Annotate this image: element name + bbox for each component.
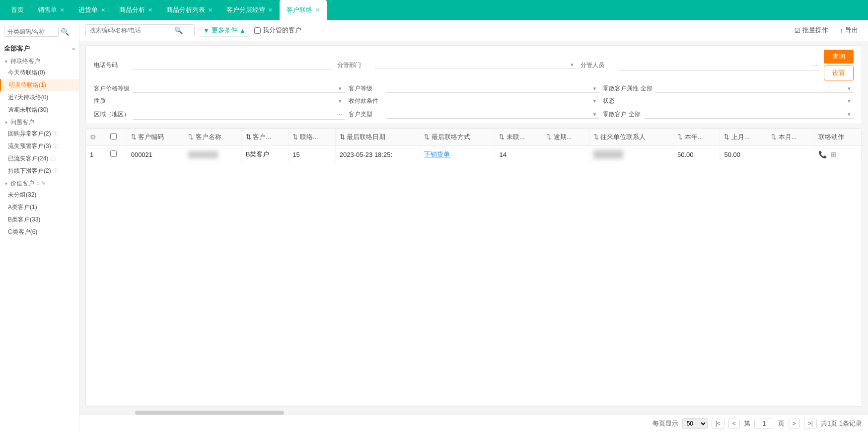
all-customers-label[interactable]: 全部客户 « [0, 42, 79, 55]
sort-icon-method[interactable]: ⇅ [424, 133, 430, 141]
sort-icon-uc[interactable]: ⇅ [593, 133, 599, 141]
prev-page-button[interactable]: < [728, 419, 740, 429]
th-gear[interactable]: ⚙ [86, 129, 106, 146]
close-purchase-icon[interactable]: ✕ [101, 7, 105, 13]
sidebar-item-declining[interactable]: 持续下滑客户(2) ⓘ [0, 165, 79, 177]
sidebar-group-pending[interactable]: 待联络客户 [0, 55, 79, 67]
ellipsis-icon[interactable]: ··· [812, 61, 818, 69]
region-ellipsis-icon[interactable]: ··· [337, 110, 343, 118]
batch-operation-button[interactable]: ☑ 批量操作 [791, 24, 832, 36]
footer: 每页显示 50 100 200 |< < 第 页 > >| 共1页 1条记录 [79, 415, 868, 432]
query-button[interactable]: 查询 [824, 50, 854, 64]
td-last-contact-method[interactable]: 下销货单 [420, 146, 495, 163]
sort-icon-od[interactable]: ⇅ [546, 133, 552, 141]
sort-icon-date[interactable]: ⇅ [340, 133, 345, 141]
grid-icon[interactable]: ⊞ [831, 150, 837, 158]
nav-purchase[interactable]: 进货单 ✕ [72, 0, 112, 20]
nav-customer-tier[interactable]: 客户分层经营 ✕ [219, 0, 280, 20]
filter-label-payment: 收付款条件 [349, 97, 383, 105]
filter-select-payment[interactable]: ▼ [386, 97, 599, 105]
page-number-input[interactable] [754, 419, 774, 429]
th-checkbox[interactable] [106, 129, 127, 146]
nav-home[interactable]: 首页 [4, 0, 31, 20]
filter-select-retail[interactable]: ▼ [644, 111, 854, 119]
sidebar-search-input[interactable] [4, 27, 59, 37]
main-search-icon[interactable]: 🔍 [174, 26, 183, 34]
sidebar-item-today[interactable]: 今天待联络(0) [0, 67, 79, 79]
th-action: 联络动作 [814, 129, 861, 146]
settings-button[interactable]: 设置 [824, 66, 854, 80]
last-page-button[interactable]: >| [804, 419, 817, 429]
phone-icon[interactable]: 📞 [818, 150, 827, 158]
filter-field-retail-attr: 零散客户属性 全部 ▼ [603, 84, 854, 93]
sort-icon-ty[interactable]: ⇅ [677, 133, 683, 141]
main-search-input[interactable] [90, 27, 174, 34]
sidebar-item-repurchase-anomaly[interactable]: 回购异常客户(2) ⓘ [0, 128, 79, 140]
nav-sales[interactable]: 销售单 ✕ [31, 0, 72, 20]
sort-icon-nc[interactable]: ⇅ [499, 133, 505, 141]
td-index: 1 [86, 146, 106, 163]
filter-select-region[interactable]: ··· [133, 109, 345, 120]
chevron-down-icon-4: ▼ [847, 86, 852, 91]
sidebar-item-overdue[interactable]: 逾期未联络(30) [0, 104, 79, 116]
filter-input-phone[interactable] [132, 61, 333, 70]
sort-icon-cont[interactable]: ⇅ [292, 133, 298, 141]
data-table: ⚙ ⇅ 客户编码 ⇅ 客户名称 ⇅ 客户... ⇅ 联络... ⇅ 最后联络日期… [86, 129, 862, 163]
my-customers-checkbox[interactable] [254, 27, 261, 34]
close-product-analysis-icon[interactable]: ✕ [148, 7, 152, 13]
first-page-button[interactable]: |< [712, 419, 724, 429]
td-checkbox[interactable] [106, 146, 127, 163]
next-page-button[interactable]: > [789, 419, 800, 429]
close-product-analysis-list-icon[interactable]: ✕ [208, 7, 213, 13]
sort-icon[interactable]: ⇅ [131, 133, 137, 141]
chevron-down-icon-3: ▼ [592, 86, 597, 91]
filter-select-status[interactable]: ▼ [641, 97, 854, 105]
filter-select-customer-level[interactable]: ▼ [386, 85, 599, 93]
filter-select-dept[interactable]: ▼ [375, 61, 577, 69]
my-customers-checkbox-label[interactable]: 我分管的客户 [254, 26, 301, 35]
sidebar-item-class-a[interactable]: A类客户(1) [0, 201, 79, 214]
sidebar-item-ungrouped[interactable]: 未分组(32) [0, 189, 79, 201]
close-customer-contact-icon[interactable]: ✕ [315, 7, 320, 13]
filter-select-nature[interactable]: ▼ [132, 97, 345, 105]
sidebar-group-problem[interactable]: 问题客户 [0, 116, 79, 128]
sidebar-item-class-b[interactable]: B类客户(33) [0, 214, 79, 226]
td-action: 📞 ⊞ [814, 146, 861, 163]
filter-select-person[interactable]: ··· [618, 60, 820, 71]
td-name[interactable]: Ea [184, 146, 242, 163]
close-customer-tier-icon[interactable]: ✕ [268, 7, 273, 13]
sidebar-item-class-c[interactable]: C类客户(6) [0, 226, 79, 238]
sidebar-collapse-icon[interactable]: « [72, 46, 75, 52]
filter-field-customer-type: 客户类型 ▼ [349, 110, 599, 119]
sort-icon-lm[interactable]: ⇅ [724, 133, 729, 141]
nav-customer-contact[interactable]: 客户联络 ✕ [280, 0, 327, 20]
sort-icon-name[interactable]: ⇅ [188, 133, 194, 141]
filter-label-retail: 零散客户 全部 [603, 110, 640, 119]
chevron-up-icon: ▲ [239, 27, 246, 34]
filter-select-retail-attr[interactable]: ▼ [655, 85, 854, 93]
row-checkbox[interactable] [110, 150, 117, 157]
nav-product-analysis-list[interactable]: 商品分析列表 ✕ [159, 0, 219, 20]
nav-product-analysis[interactable]: 商品分析 ✕ [112, 0, 159, 20]
horizontal-scrollbar[interactable] [85, 411, 862, 415]
sidebar-item-churn-warning[interactable]: 流失预警客户(3) ⓘ [0, 140, 79, 152]
page-size-select[interactable]: 50 100 200 [682, 418, 708, 429]
close-sales-icon[interactable]: ✕ [60, 7, 65, 13]
export-button[interactable]: ↑ 导出 [836, 24, 863, 36]
more-filters-button[interactable]: ▼ 更多条件 ▲ [199, 24, 250, 37]
sort-icon-cat[interactable]: ⇅ [246, 133, 251, 141]
contact-method-link[interactable]: 下销货单 [424, 150, 450, 158]
filter-field-phone: 电话号码 [94, 61, 333, 70]
sidebar-item-tomorrow[interactable]: 明天待联络(1) [0, 79, 79, 91]
sidebar-item-7days[interactable]: 近7天待联络(0) [0, 91, 79, 104]
sidebar-group-value[interactable]: 价值客户 ○ ✎ [0, 177, 79, 189]
select-all-checkbox[interactable] [110, 133, 117, 140]
sort-icon-tm[interactable]: ⇅ [771, 133, 777, 141]
sidebar-item-churned[interactable]: 已流失客户(24) ⓘ [0, 152, 79, 165]
filter-select-price-level[interactable]: ▼ [133, 85, 345, 93]
filter-select-customer-type[interactable]: ▼ [386, 111, 599, 119]
main-search-bar: 🔍 [85, 24, 195, 36]
scrollbar-thumb[interactable] [135, 411, 284, 415]
gear-icon[interactable]: ⚙ [90, 133, 96, 141]
sidebar-search-icon[interactable]: 🔍 [61, 28, 69, 36]
